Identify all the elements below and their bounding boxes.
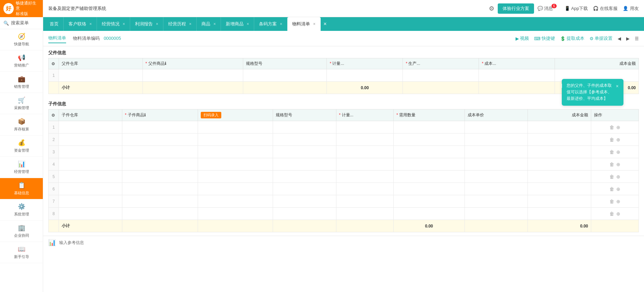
nav-tab-close-6[interactable]: × (247, 22, 249, 26)
child-cell-unit-cost-2[interactable] (465, 133, 528, 146)
copy-icon-4[interactable]: ⊕ (616, 162, 620, 167)
child-cell-unit-7[interactable] (336, 195, 394, 208)
sidebar-item-operations[interactable]: 📊经营管理 (0, 157, 43, 178)
child-cell-unit-cost-8[interactable] (465, 208, 528, 220)
parent-cell-production-1[interactable] (403, 69, 479, 82)
list-view-icon[interactable]: ☰ (635, 36, 639, 41)
child-cell-scan-5[interactable] (198, 171, 273, 183)
child-cell-qty-8[interactable] (394, 208, 465, 220)
child-cell-warehouse-2[interactable] (59, 133, 122, 146)
child-cell-cost-amount-7[interactable] (528, 195, 591, 208)
copy-icon-3[interactable]: ⊕ (616, 149, 620, 155)
sidebar-item-quick-nav[interactable]: 🧭快捷导航 (0, 29, 43, 50)
copy-icon-6[interactable]: ⊕ (616, 186, 620, 192)
scan-button[interactable]: 扫码录入 (201, 112, 221, 118)
child-cell-spec-6[interactable] (273, 183, 336, 195)
child-cell-spec-5[interactable] (273, 171, 336, 183)
sidebar-item-enterprise[interactable]: 🏢企业协同 (0, 221, 43, 242)
sidebar-item-sales[interactable]: 💼销售管理 (0, 72, 43, 93)
child-cell-cost-amount-3[interactable] (528, 146, 591, 158)
child-cell-warehouse-7[interactable] (59, 195, 122, 208)
tooltip-close-btn[interactable]: × (616, 82, 619, 90)
online-support-btn[interactable]: 🎧 在线客服 (593, 5, 618, 12)
child-cell-unit-cost-4[interactable] (465, 158, 528, 171)
message-btn[interactable]: 💬 消息 6 (537, 5, 560, 12)
child-cell-spec-2[interactable] (273, 133, 336, 146)
child-cell-product-1[interactable] (122, 121, 198, 133)
child-cell-product-2[interactable] (122, 133, 198, 146)
copy-icon-2[interactable]: ⊕ (616, 137, 620, 142)
child-cell-spec-8[interactable] (273, 208, 336, 220)
child-cell-spec-4[interactable] (273, 158, 336, 171)
child-cell-warehouse-6[interactable] (59, 183, 122, 195)
search-menu[interactable]: 🔍 搜索菜单 (0, 17, 43, 29)
user-menu[interactable]: 👤 用友 (623, 5, 639, 12)
parent-cell-cost-type-1[interactable] (479, 69, 555, 82)
sidebar-item-purchase[interactable]: 🛒采购管理 (0, 93, 43, 114)
child-cell-scan-4[interactable] (198, 158, 273, 171)
child-cell-cost-amount-5[interactable] (528, 171, 591, 183)
child-cell-product-6[interactable] (122, 183, 198, 195)
copy-icon-8[interactable]: ⊕ (616, 211, 620, 217)
close-all-tabs-btn[interactable]: × (321, 21, 329, 27)
nav-tab-1[interactable]: 客户联络× (64, 17, 97, 31)
nav-tab-3[interactable]: 利润报告× (130, 17, 163, 31)
nav-tab-close-4[interactable]: × (189, 22, 191, 26)
child-cell-unit-cost-6[interactable] (465, 183, 528, 195)
child-cell-unit-5[interactable] (336, 171, 394, 183)
nav-tab-5[interactable]: 商品× (197, 17, 221, 31)
child-cell-cost-amount-6[interactable] (528, 183, 591, 195)
child-cell-unit-cost-7[interactable] (465, 195, 528, 208)
child-cell-product-5[interactable] (122, 171, 198, 183)
child-cell-qty-1[interactable] (394, 121, 465, 133)
child-cell-unit-cost-5[interactable] (465, 171, 528, 183)
child-cell-unit-4[interactable] (336, 158, 394, 171)
child-cell-scan-1[interactable] (198, 121, 273, 133)
child-cell-scan-2[interactable] (198, 133, 273, 146)
trial-button[interactable]: 体验行业方案 (498, 3, 534, 14)
sub-tab-material-list[interactable]: 物料清单 (48, 34, 66, 43)
child-cell-unit-cost-3[interactable] (465, 146, 528, 158)
nav-tab-close-1[interactable]: × (89, 22, 92, 26)
delete-icon-1[interactable]: 🗑 (609, 125, 614, 130)
delete-icon-7[interactable]: 🗑 (609, 199, 614, 204)
prev-icon[interactable]: ◀ (618, 36, 621, 41)
nav-tab-7[interactable]: 条码方案× (254, 17, 287, 31)
delete-icon-3[interactable]: 🗑 (609, 149, 614, 155)
shortcut-btn[interactable]: ⌨ 快捷键 (534, 35, 555, 42)
child-cell-product-8[interactable] (122, 208, 198, 220)
nav-tab-close-5[interactable]: × (213, 22, 216, 26)
child-cell-unit-cost-1[interactable] (465, 121, 528, 133)
nav-tab-close-3[interactable]: × (156, 22, 158, 26)
nav-tab-6[interactable]: 新增商品× (221, 17, 254, 31)
child-cell-product-4[interactable] (122, 158, 198, 171)
nav-tab-2[interactable]: 经营情况× (97, 17, 130, 31)
child-cell-cost-amount-4[interactable] (528, 158, 591, 171)
child-cell-unit-2[interactable] (336, 133, 394, 146)
child-cell-qty-3[interactable] (394, 146, 465, 158)
child-cell-qty-7[interactable] (394, 195, 465, 208)
child-cell-unit-6[interactable] (336, 183, 394, 195)
nav-tab-0[interactable]: 首页 (45, 17, 64, 31)
child-cell-spec-3[interactable] (273, 146, 336, 158)
child-cell-qty-5[interactable] (394, 171, 465, 183)
copy-icon-7[interactable]: ⊕ (616, 199, 620, 204)
child-cell-qty-2[interactable] (394, 133, 465, 146)
sidebar-item-inventory[interactable]: 📦库存核算 (0, 114, 43, 136)
child-cell-warehouse-8[interactable] (59, 208, 122, 220)
child-cell-unit-8[interactable] (336, 208, 394, 220)
parent-cell-unit-1[interactable] (327, 69, 403, 82)
child-cell-unit-3[interactable] (336, 146, 394, 158)
video-btn[interactable]: ▶ 视频 (516, 35, 529, 42)
child-cell-qty-6[interactable] (394, 183, 465, 195)
child-cell-scan-3[interactable] (198, 146, 273, 158)
child-cell-spec-7[interactable] (273, 195, 336, 208)
extract-cost-btn[interactable]: 💲 提取成本 (560, 35, 584, 42)
child-cell-spec-1[interactable] (273, 121, 336, 133)
nav-tab-close-8[interactable]: × (313, 22, 315, 26)
sidebar-item-finance[interactable]: 💰资金管理 (0, 136, 43, 157)
child-cell-warehouse-3[interactable] (59, 146, 122, 158)
nav-tab-close-7[interactable]: × (280, 22, 282, 26)
nav-tab-8[interactable]: 物料清单× (287, 17, 321, 31)
sidebar-item-marketing[interactable]: 📢营销推广 (0, 50, 43, 72)
